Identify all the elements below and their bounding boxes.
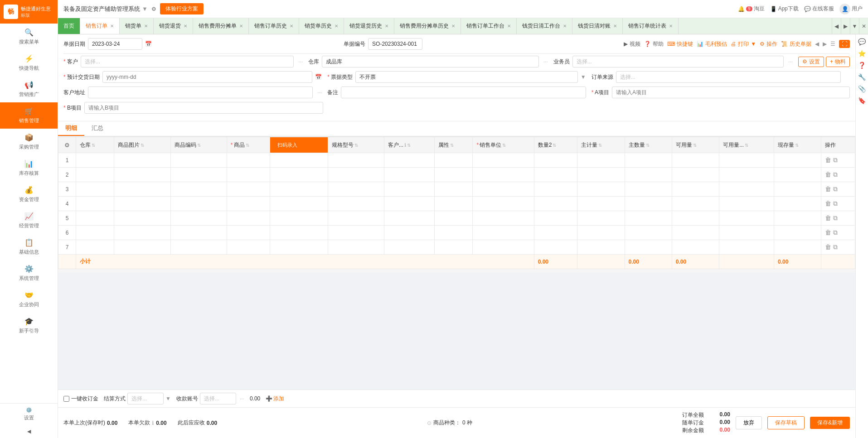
tab-prev[interactable]: ◀ [832, 18, 841, 34]
remark-input[interactable] [341, 87, 586, 98]
tab-workbench[interactable]: 销售订单工作台 ✕ [461, 18, 517, 34]
row-3-attr[interactable] [434, 182, 472, 197]
solution-button[interactable]: 体验行业方案 [160, 3, 204, 14]
notification-bell[interactable]: 🔔 9 淘豆 [738, 5, 765, 13]
row-1-available2[interactable] [719, 153, 774, 168]
tab-close-stats[interactable]: ✕ [669, 24, 673, 29]
customer-dots[interactable]: ··· [298, 58, 303, 65]
tab-close-sales[interactable]: ✕ [144, 24, 148, 29]
tab-close-workbench[interactable]: ✕ [507, 24, 511, 29]
th-main-qty[interactable]: 主数量⇅ [625, 137, 672, 153]
th-attribute[interactable]: 属性⇅ [434, 137, 472, 153]
row-3-product[interactable] [227, 182, 270, 197]
tab-close-sales-order[interactable]: ✕ [110, 24, 114, 29]
date-value[interactable]: 2023-03-24 [88, 38, 142, 50]
row-5-unit[interactable] [473, 211, 534, 226]
row-2-current[interactable] [774, 168, 821, 182]
row-7-copy[interactable]: ⧉ [833, 243, 838, 251]
row-2-delete[interactable]: 🗑 [825, 171, 831, 178]
account-dots[interactable]: ··· [240, 395, 244, 402]
sidebar-item-finance[interactable]: 💰 资金管理 [0, 181, 58, 207]
row-1-spec[interactable] [328, 153, 384, 168]
row-3-image[interactable] [114, 182, 170, 197]
tab-close-sales-history[interactable]: ✕ [335, 24, 338, 29]
tab-close-return[interactable]: ✕ [184, 24, 187, 29]
b-project-input[interactable] [84, 102, 323, 114]
tab-close-return-history[interactable]: ✕ [385, 24, 388, 29]
row-1-product[interactable] [227, 153, 270, 168]
row-2-spec[interactable] [328, 168, 384, 182]
sidebar-item-enterprise[interactable]: 🤝 企业协同 [0, 286, 58, 313]
row-2-code[interactable] [170, 168, 227, 182]
sidebar-item-inventory[interactable]: 📊 库存核算 [0, 155, 58, 181]
row-4-available[interactable] [672, 197, 719, 211]
row-2-available[interactable] [672, 168, 719, 182]
th-image[interactable]: 商品图片⇅ [114, 137, 170, 153]
gear-icon[interactable]: ⚙ [151, 6, 156, 12]
row-4-attr[interactable] [434, 197, 472, 211]
row-3-main-unit[interactable] [577, 182, 625, 197]
th-main-unit[interactable]: 主计量⇅ [577, 137, 625, 153]
th-product[interactable]: *商品⇅ [227, 137, 270, 153]
tab-close-order-history[interactable]: ✕ [290, 24, 293, 29]
page-prev[interactable]: ◀ [815, 41, 819, 47]
fullscreen-toggle[interactable]: ⛶ [839, 40, 850, 48]
row-1-scan[interactable] [270, 153, 328, 168]
row-7-scan[interactable] [270, 240, 328, 255]
invoice-arrow[interactable]: ▼ [581, 74, 586, 80]
print-btn[interactable]: 🖨 打印 ▼ [731, 40, 756, 48]
row-7-code[interactable] [170, 240, 227, 255]
settings-btn[interactable]: ⚙ 设置 [798, 57, 824, 67]
row-6-warehouse[interactable] [76, 226, 114, 240]
calendar2-icon[interactable]: 📅 [315, 74, 322, 80]
row-1-main-qty[interactable] [625, 153, 672, 168]
row-5-available[interactable] [672, 211, 719, 226]
tab-return-history[interactable]: 销货退货历史 ✕ [344, 18, 394, 34]
row-3-copy[interactable]: ⧉ [833, 185, 838, 193]
row-5-spec[interactable] [328, 211, 384, 226]
view-toggle[interactable]: ☰ [830, 41, 835, 47]
row-6-available2[interactable] [719, 226, 774, 240]
row-1-image[interactable] [114, 153, 170, 168]
payment-method-select[interactable]: 选择... [127, 393, 164, 404]
row-3-available2[interactable] [719, 182, 774, 197]
discard-button[interactable]: 放弃 [736, 416, 762, 429]
row-5-code[interactable] [170, 211, 227, 226]
add-payment-btn[interactable]: ➕ 添加 [266, 395, 284, 403]
online-service[interactable]: 💬 在线客服 [804, 5, 834, 13]
tab-close-expense-history[interactable]: ✕ [451, 24, 455, 29]
th-warehouse[interactable]: 仓库⇅ [76, 137, 114, 153]
row-7-main-unit[interactable] [577, 240, 625, 255]
sidebar-item-purchase[interactable]: 📦 采购管理 [0, 129, 58, 155]
row-4-copy[interactable]: ⧉ [833, 200, 838, 207]
curr-amount-info[interactable]: ℹ [152, 420, 154, 426]
row-6-main-unit[interactable] [577, 226, 625, 240]
row-4-image[interactable] [114, 197, 170, 211]
row-4-spec[interactable] [328, 197, 384, 211]
row-5-qty2[interactable] [534, 211, 577, 226]
staff-input[interactable]: 选择... [572, 56, 784, 67]
customer-input[interactable]: 选择... [81, 56, 294, 67]
tab-cash-workbench[interactable]: 钱货日清工作台 ✕ [517, 18, 572, 34]
row-3-customer[interactable] [384, 182, 435, 197]
th-available[interactable]: 可用量⇅ [672, 137, 719, 153]
row-7-current[interactable] [774, 240, 821, 255]
tab-expense-history[interactable]: 销售费用分摊单历史 ✕ [394, 18, 461, 34]
row-2-available2[interactable] [719, 168, 774, 182]
tab-close-expense[interactable]: ✕ [239, 24, 243, 29]
col-setting-btn[interactable]: ⚙ [62, 140, 72, 150]
row-7-available[interactable] [672, 240, 719, 255]
tab-return[interactable]: 销货退货 ✕ [154, 18, 193, 34]
sidebar-collapse[interactable]: ◀ [0, 425, 58, 438]
th-scan[interactable]: 扫码录入 [270, 137, 328, 153]
row-4-warehouse[interactable] [76, 197, 114, 211]
row-1-unit[interactable] [473, 153, 534, 168]
save-new-button[interactable]: 保存&新增 [810, 417, 850, 429]
row-5-attr[interactable] [434, 211, 472, 226]
row-7-qty2[interactable] [534, 240, 577, 255]
row-7-delete[interactable]: 🗑 [825, 243, 831, 251]
sidebar-settings[interactable]: ⚙️ 设置 [0, 404, 58, 425]
row-5-delete[interactable]: 🗑 [825, 214, 831, 222]
sidebar-item-management[interactable]: 📈 经营管理 [0, 207, 58, 234]
tab-reconciliation[interactable]: 钱货日清对账 ✕ [572, 18, 623, 34]
